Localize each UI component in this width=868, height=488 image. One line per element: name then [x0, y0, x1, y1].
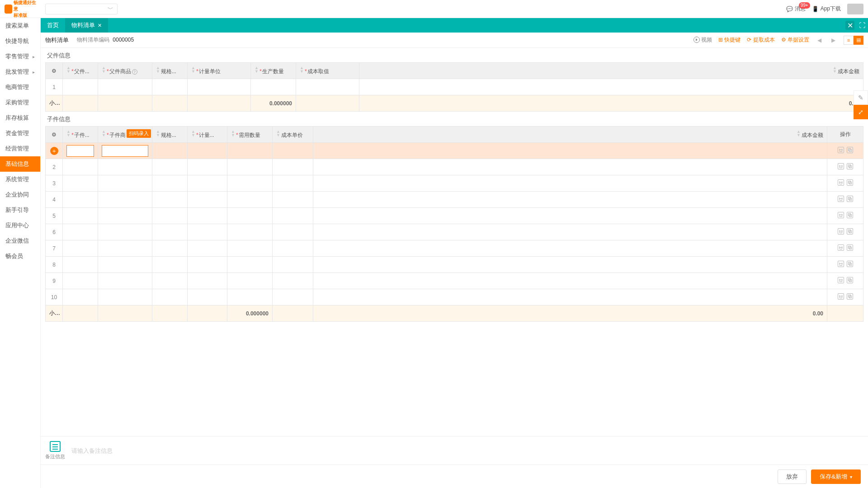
copy-row-button[interactable]	[847, 196, 853, 202]
table-row[interactable]: 7	[46, 240, 863, 257]
child-code-input[interactable]	[66, 145, 94, 157]
chevron-right-icon: ▸	[33, 54, 35, 59]
col-parent-spec[interactable]: ▲▼规格...	[152, 63, 188, 79]
sidebar-item-7[interactable]: 资金管理	[0, 126, 40, 141]
sidebar-item-15[interactable]: 畅会员	[0, 249, 40, 264]
table-row[interactable]: 10	[46, 289, 863, 305]
col-parent-unit[interactable]: ▲▼*计量单位	[188, 63, 251, 79]
sidebar-item-2[interactable]: 零售管理▸	[0, 49, 40, 64]
col-child-price[interactable]: ▲▼成本单价	[273, 127, 313, 143]
sidebar-item-11[interactable]: 企业协同	[0, 187, 40, 202]
col-child-qty[interactable]: ▲▼*需用数量	[227, 127, 273, 143]
help-icon[interactable]: ?	[132, 69, 137, 75]
sidebar-item-8[interactable]: 经营管理	[0, 141, 40, 156]
copy-row-button[interactable]	[847, 228, 853, 235]
col-child-item[interactable]: ▲▼*子件商扫码录入	[98, 127, 152, 143]
chevron-down-icon[interactable]: ▾	[850, 474, 852, 479]
col-parent-qty[interactable]: ▲▼*生产数量	[251, 63, 296, 79]
video-link[interactable]: 视频	[693, 36, 712, 44]
table-row[interactable]: 8	[46, 257, 863, 273]
table-row[interactable]: 3	[46, 175, 863, 192]
copy-row-button[interactable]	[847, 212, 853, 218]
next-doc-button[interactable]: ▶	[830, 37, 837, 43]
sidebar-item-label: 快捷导航	[5, 37, 29, 45]
tab-home-label: 首页	[47, 21, 59, 29]
table-row[interactable]: 6	[46, 224, 863, 240]
fullscreen-icon[interactable]: ⛶	[859, 22, 865, 29]
sidebar-item-14[interactable]: 企业微信	[0, 233, 40, 249]
col-child-unit[interactable]: ▲▼*计量...	[188, 127, 227, 143]
col-parent-item[interactable]: ▲▼*父件商品?	[98, 63, 152, 79]
org-selector[interactable]: ﹀	[45, 4, 118, 14]
sidebar-item-label: 系统管理	[5, 175, 29, 183]
cancel-label: 放弃	[786, 473, 798, 480]
sidebar-item-12[interactable]: 新手引导	[0, 202, 40, 218]
sidebar-item-6[interactable]: 库存核算	[0, 110, 40, 126]
delete-row-button[interactable]	[838, 212, 844, 218]
messages-button[interactable]: 💬 消息 99+	[786, 5, 806, 13]
delete-row-button[interactable]	[838, 261, 844, 267]
close-icon[interactable]: ✕	[98, 23, 102, 28]
table-row[interactable]: +	[46, 143, 863, 159]
parent-section-title: 父件信息	[45, 48, 863, 62]
prev-doc-button[interactable]: ◀	[816, 37, 823, 43]
delete-row-button[interactable]	[838, 163, 844, 169]
sidebar-item-10[interactable]: 系统管理	[0, 172, 40, 187]
delete-row-button[interactable]	[838, 196, 844, 202]
extract-cost-link[interactable]: ⟳ 提取成本	[747, 36, 774, 44]
copy-row-button[interactable]	[847, 261, 853, 267]
col-parent-cost-src[interactable]: ▲▼*成本取值	[296, 63, 359, 79]
delete-row-button[interactable]	[838, 228, 844, 235]
avatar[interactable]	[847, 4, 863, 14]
app-download-button[interactable]: 📱 App下载	[812, 5, 841, 13]
edit-icon[interactable]: ✎	[854, 90, 868, 105]
scan-input-tag[interactable]: 扫码录入	[127, 129, 151, 138]
copy-row-button[interactable]	[847, 147, 853, 153]
shortcut-link[interactable]: ⊞ 快捷键	[718, 36, 741, 44]
sidebar-item-label: 应用中心	[5, 221, 29, 230]
save-new-button[interactable]: 保存&新增▾	[811, 469, 861, 484]
cancel-button[interactable]: 放弃	[778, 469, 807, 484]
table-row[interactable]: 9	[46, 273, 863, 289]
doc-setting-link[interactable]: ⚙ 单据设置	[781, 36, 809, 44]
view-form-button[interactable]: ▤	[854, 36, 863, 45]
table-row[interactable]: 4	[46, 192, 863, 208]
phone-icon: 📱	[812, 6, 819, 12]
gear-icon[interactable]: ⚙	[46, 63, 63, 79]
table-row[interactable]: 2	[46, 159, 863, 175]
delete-row-button[interactable]	[838, 147, 844, 153]
sidebar-item-0[interactable]: 搜索菜单	[0, 18, 40, 33]
tab-close-all[interactable]: ✕	[845, 21, 854, 30]
view-list-button[interactable]: ≡	[844, 36, 854, 45]
delete-row-button[interactable]	[838, 244, 844, 251]
sidebar-item-13[interactable]: 应用中心	[0, 218, 40, 233]
table-row[interactable]: 5	[46, 208, 863, 224]
copy-row-button[interactable]	[847, 277, 853, 283]
copy-row-button[interactable]	[847, 179, 853, 186]
child-item-input[interactable]	[102, 145, 148, 157]
app-download-label: App下载	[821, 5, 841, 13]
col-parent-amount[interactable]: ▲▼成本金额	[359, 63, 863, 79]
expand-icon[interactable]: ⤢	[854, 105, 868, 119]
tab-home[interactable]: 首页	[41, 18, 65, 33]
col-child-amount[interactable]: ▲▼成本金额	[313, 127, 827, 143]
gear-icon[interactable]: ⚙	[46, 127, 63, 143]
sidebar-item-4[interactable]: 电商管理	[0, 80, 40, 95]
sidebar-item-9[interactable]: 基础信息	[0, 156, 40, 172]
delete-row-button[interactable]	[838, 179, 844, 186]
delete-row-button[interactable]	[838, 293, 844, 300]
tab-bom[interactable]: 物料清单 ✕	[65, 18, 108, 33]
col-parent-code[interactable]: ▲▼*父件...	[63, 63, 98, 79]
delete-row-button[interactable]	[838, 277, 844, 283]
sidebar-item-3[interactable]: 批发管理▸	[0, 64, 40, 80]
remark-input[interactable]	[71, 447, 863, 454]
sidebar-item-1[interactable]: 快捷导航	[0, 33, 40, 49]
col-child-spec[interactable]: ▲▼规格...	[152, 127, 188, 143]
col-child-code[interactable]: ▲▼*子件...	[63, 127, 98, 143]
add-row-button[interactable]: +	[50, 147, 58, 155]
sidebar-item-5[interactable]: 采购管理	[0, 95, 40, 110]
copy-row-button[interactable]	[847, 293, 853, 300]
copy-row-button[interactable]	[847, 163, 853, 169]
copy-row-button[interactable]	[847, 244, 853, 251]
table-row[interactable]: 1	[46, 79, 863, 95]
